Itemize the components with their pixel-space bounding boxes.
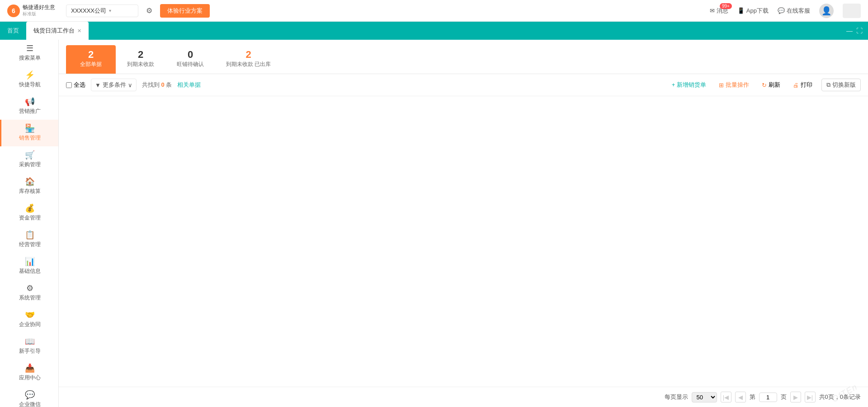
company-selector[interactable]: XXXXXX公司 ▾ <box>66 5 138 17</box>
filter-tabs: 2 全部单据 2 到期未收款 0 旺铺待确认 2 到期未收款 已出库 <box>59 40 868 74</box>
enterprise-collab-icon: 🤝 <box>25 311 35 319</box>
sidebar-item-sales-mgmt[interactable]: 🏪 销售管理 <box>0 120 58 146</box>
sidebar-label-guide: 新手引导 <box>19 347 41 355</box>
user-icon: 👤 <box>821 6 831 16</box>
page-input[interactable] <box>759 393 777 402</box>
prev-page-btn[interactable]: ◀ <box>735 392 746 402</box>
sidebar-item-system-mgmt[interactable]: ⚙ 系统管理 <box>0 280 58 306</box>
related-link[interactable]: 相关单据 <box>177 81 201 89</box>
marketing-icon: 📢 <box>25 98 35 106</box>
batch-icon: ⊞ <box>719 82 724 89</box>
industry-btn[interactable]: 体验行业方案 <box>160 4 210 18</box>
wechat-icon: 💬 <box>25 391 35 399</box>
found-count: 0 <box>161 81 165 88</box>
sidebar-item-enterprise-collab[interactable]: 🤝 企业协同 <box>0 306 58 333</box>
overdue-label: 到期未收款 <box>127 61 154 68</box>
avatar[interactable]: 👤 <box>819 4 834 18</box>
finance-icon: 💰 <box>25 204 35 212</box>
switch-new-version-btn[interactable]: ⧉ 切换新版 <box>821 79 861 91</box>
minimize-icon[interactable]: — <box>846 27 853 34</box>
sidebar-label-basic-info: 基础信息 <box>19 267 41 275</box>
per-page-select[interactable]: 50 100 200 <box>692 392 717 402</box>
sidebar-label-marketing: 营销推广 <box>19 108 41 115</box>
select-all-checkbox[interactable]: 全选 <box>66 81 85 89</box>
top-header: 6 畅捷通好生意 标准版 XXXXXX公司 ▾ ⚙ 体验行业方案 ✉ 消息 99… <box>0 0 868 22</box>
online-service-btn[interactable]: 💬 在线客服 <box>778 7 810 15</box>
app-download-btn[interactable]: 📱 App下载 <box>737 7 769 15</box>
sales-icon: 🏪 <box>25 124 35 132</box>
sidebar-item-quick-nav[interactable]: ⚡ 快捷导航 <box>0 66 58 93</box>
first-page-btn[interactable]: |◀ <box>721 392 731 402</box>
sidebar-label-purchase: 采购管理 <box>19 161 41 168</box>
found-text: 共找到 0 条 <box>142 81 172 89</box>
settings-icon[interactable]: ⚙ <box>142 4 156 18</box>
app-name: 畅捷通好生意 <box>23 4 55 11</box>
sidebar-label-app-center: 应用中心 <box>19 374 41 382</box>
filter-tab-wangpu[interactable]: 0 旺铺待确认 <box>165 45 215 74</box>
sidebar-item-purchase-mgmt[interactable]: 🛒 采购管理 <box>0 146 58 173</box>
sidebar-label-operations: 经营管理 <box>19 241 41 248</box>
sidebar-label-wechat: 企业微信 <box>19 401 41 407</box>
sidebar-item-operations[interactable]: 📋 经营管理 <box>0 226 58 253</box>
filter-tab-overdue-unshipped[interactable]: 2 到期未收款 已出库 <box>215 45 282 74</box>
sidebar-item-inventory[interactable]: 🏠 库存核算 <box>0 173 58 200</box>
download-icon: 📱 <box>737 7 745 14</box>
sidebar-item-finance[interactable]: 💰 资金管理 <box>0 200 58 226</box>
more-conditions-btn[interactable]: ▼ 更多条件 ∨ <box>91 79 137 91</box>
page-label: 第 <box>750 393 755 401</box>
total-info: 共0页，0条记录 <box>819 393 861 401</box>
filter-tab-overdue[interactable]: 2 到期未收款 <box>116 45 165 74</box>
select-all-label: 全选 <box>74 81 85 89</box>
content-area: 2 全部单据 2 到期未收款 0 旺铺待确认 2 到期未收款 已出库 <box>59 40 868 407</box>
system-icon: ⚙ <box>26 284 33 292</box>
filter-tab-all[interactable]: 2 全部单据 <box>66 45 116 74</box>
app-center-icon: 📥 <box>25 364 35 372</box>
select-all-input[interactable] <box>66 82 72 88</box>
filter-icon: ▼ <box>95 82 101 89</box>
search-menu-icon: ☰ <box>26 44 33 52</box>
sidebar-item-search-menu[interactable]: ☰ 搜索菜单 <box>0 40 58 66</box>
per-page-label: 每页显示 <box>665 393 688 401</box>
sidebar-item-enterprise-wechat[interactable]: 💬 企业微信 <box>0 386 58 407</box>
user-name-area <box>843 4 861 18</box>
sidebar-item-beginner-guide[interactable]: 📖 新手引导 <box>0 333 58 360</box>
service-icon: 💬 <box>778 7 785 14</box>
overdue-count: 2 <box>138 49 143 61</box>
sidebar-label-quick-nav: 快捷导航 <box>19 81 41 89</box>
table-area <box>59 96 868 387</box>
all-count: 2 <box>88 49 94 61</box>
toolbar-left: 全选 ▼ 更多条件 ∨ 共找到 0 条 相关单据 <box>66 79 663 91</box>
sidebar-label-system: 系统管理 <box>19 294 41 302</box>
sidebar-item-app-center[interactable]: 📥 应用中心 <box>0 360 58 386</box>
tab-home[interactable]: 首页 <box>0 22 26 40</box>
nav-tab-actions: — ⛶ <box>846 27 868 34</box>
logo-icon: 6 <box>7 5 20 17</box>
refresh-btn[interactable]: ↻ 刷新 <box>758 79 784 91</box>
tab-daily-work[interactable]: 钱货日清工作台 ✕ <box>26 22 89 40</box>
basic-info-icon: 📊 <box>25 257 35 266</box>
print-btn[interactable]: 🖨 打印 <box>789 79 816 91</box>
header-right: ✉ 消息 99+ 📱 App下载 💬 在线客服 👤 <box>710 4 861 18</box>
add-sales-btn[interactable]: + 新增销货单 <box>668 79 710 91</box>
sidebar-label-finance: 资金管理 <box>19 214 41 222</box>
message-badge: 99+ <box>720 3 732 9</box>
wangpu-count: 0 <box>188 49 193 61</box>
all-label: 全部单据 <box>80 61 102 68</box>
batch-ops-btn[interactable]: ⊞ 批量操作 <box>715 79 753 91</box>
purchase-icon: 🛒 <box>25 151 35 159</box>
sidebar-label-sales: 销售管理 <box>19 134 41 142</box>
sidebar-item-basic-info[interactable]: 📊 基础信息 <box>0 253 58 280</box>
close-tab-icon[interactable]: ✕ <box>77 28 81 34</box>
maximize-icon[interactable]: ⛶ <box>856 27 863 34</box>
sidebar-label-inventory: 库存核算 <box>19 187 41 195</box>
operations-icon: 📋 <box>25 231 35 239</box>
next-page-btn[interactable]: ▶ <box>790 392 801 402</box>
print-icon: 🖨 <box>793 82 799 89</box>
company-name: XXXXXX公司 <box>71 7 106 15</box>
last-page-btn[interactable]: ▶| <box>805 392 816 402</box>
inventory-icon: 🏠 <box>25 178 35 186</box>
message-btn[interactable]: ✉ 消息 99+ <box>710 7 728 15</box>
switch-icon: ⧉ <box>826 81 830 89</box>
refresh-icon: ↻ <box>762 82 767 89</box>
sidebar-item-marketing[interactable]: 📢 营销推广 <box>0 93 58 120</box>
